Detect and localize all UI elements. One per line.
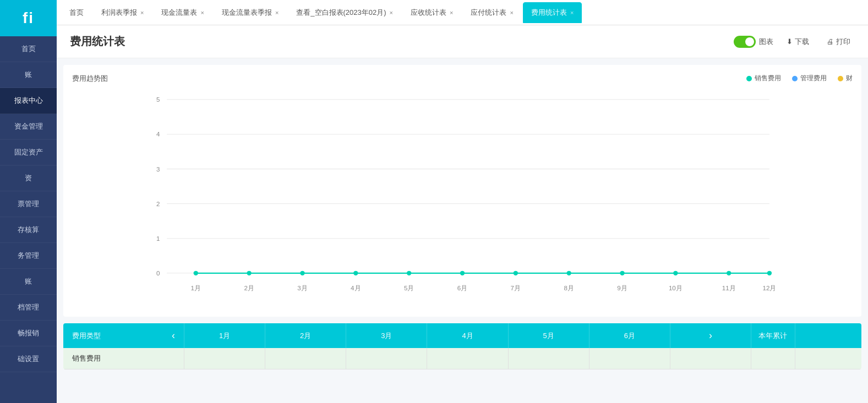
td-year-total	[751, 348, 795, 369]
legend-dot-sales	[746, 76, 752, 81]
sidebar-item-assets[interactable]: 资	[0, 165, 57, 191]
legend-finance-expense: 财	[838, 74, 853, 83]
sidebar-item-report-center[interactable]: 报表中心	[0, 88, 57, 114]
svg-text:7月: 7月	[511, 285, 521, 291]
tab-cash-flow[interactable]: 现金流量表 ×	[153, 2, 212, 23]
td-m1	[184, 348, 265, 369]
tab-home[interactable]: 首页	[61, 2, 92, 23]
td-m4	[427, 348, 508, 369]
expense-table: 费用类型 ‹ 1月 2月 3月 4月 5月 6月 › 本年累计 销售费用	[63, 323, 861, 369]
svg-point-31	[566, 271, 571, 275]
tab-expense[interactable]: 费用统计表 ×	[523, 2, 582, 23]
tab-close-check-blank[interactable]: ×	[390, 9, 393, 16]
tab-profit-report[interactable]: 利润表季报 ×	[93, 2, 152, 23]
sidebar-item-business-management[interactable]: 务管理	[0, 243, 57, 269]
svg-point-27	[353, 271, 358, 275]
svg-text:4: 4	[156, 131, 160, 137]
svg-text:8月: 8月	[564, 285, 574, 291]
download-button[interactable]: ⬇ 下载	[782, 35, 814, 49]
th-type: 费用类型 ‹	[63, 323, 184, 348]
tab-close-profit-report[interactable]: ×	[140, 9, 144, 16]
print-button[interactable]: 🖨 打印	[822, 35, 855, 49]
chart-legend: 销售费用 管理费用 财	[746, 74, 853, 83]
chart-area: 0 1 2 3 4 5 1月 2月 3月 4月 5月 6月 7月 8月 9月	[72, 88, 853, 308]
sidebar-item-fund-management[interactable]: 资金管理	[0, 114, 57, 140]
th-month-5: 5月	[509, 323, 589, 348]
table-row-sales: 销售费用	[63, 348, 861, 369]
sidebar-item-fixed-assets[interactable]: 固定资产	[0, 140, 57, 165]
sidebar-item-home[interactable]: 首页	[0, 36, 57, 62]
sidebar-item-sales-return[interactable]: 畅报销	[0, 321, 57, 346]
sidebar: fi 首页 账 报表中心 资金管理 固定资产 资 票管理 存核算 务管理 账 档…	[0, 0, 57, 403]
svg-point-28	[407, 271, 411, 275]
chart-toggle[interactable]	[734, 36, 756, 48]
legend-dot-finance	[838, 76, 843, 81]
svg-point-29	[460, 271, 465, 275]
header-actions: 图表 ⬇ 下载 🖨 打印	[734, 35, 855, 49]
main-content: 首页 利润表季报 × 现金流量表 × 现金流量表季报 × 查看_空白报表(202…	[57, 0, 868, 403]
legend-dot-admin	[792, 76, 798, 81]
print-icon: 🖨	[827, 37, 834, 46]
page-title: 费用统计表	[70, 34, 125, 49]
th-month-1: 1月	[184, 323, 265, 348]
svg-text:5月: 5月	[404, 285, 414, 291]
download-icon: ⬇	[787, 37, 793, 46]
tab-payable[interactable]: 应付统计表 ×	[462, 2, 521, 23]
th-month-3: 3月	[346, 323, 427, 348]
sidebar-item-sub-account[interactable]: 账	[0, 269, 57, 295]
page-header: 费用统计表 图表 ⬇ 下载 🖨 打印	[57, 25, 868, 58]
svg-point-30	[514, 271, 518, 275]
svg-text:0: 0	[156, 270, 160, 277]
sidebar-item-inventory[interactable]: 存核算	[0, 217, 57, 243]
tab-close-cash-flow[interactable]: ×	[200, 9, 204, 16]
chart-toggle-label: 图表	[759, 37, 773, 47]
svg-text:3月: 3月	[297, 285, 307, 291]
legend-sales-expense: 销售费用	[746, 74, 781, 83]
sidebar-item-file-management[interactable]: 档管理	[0, 295, 57, 321]
svg-text:12月: 12月	[762, 285, 776, 291]
svg-point-25	[247, 271, 251, 275]
sidebar-logo: fi	[0, 0, 57, 36]
svg-text:4月: 4月	[351, 285, 361, 291]
prev-nav-icon[interactable]: ‹	[172, 330, 175, 341]
svg-text:5: 5	[156, 96, 160, 103]
tab-bar: 首页 利润表季报 × 现金流量表 × 现金流量表季报 × 查看_空白报表(202…	[57, 0, 868, 25]
tab-close-expense[interactable]: ×	[570, 9, 574, 16]
tab-close-cash-flow-quarterly[interactable]: ×	[275, 9, 279, 16]
svg-text:2月: 2月	[244, 285, 254, 291]
td-type-sales: 销售费用	[63, 348, 184, 369]
sidebar-item-ticket-management[interactable]: 票管理	[0, 191, 57, 217]
page-content: 费用统计表 图表 ⬇ 下载 🖨 打印 费用趋势图	[57, 25, 868, 403]
svg-text:1月: 1月	[191, 285, 201, 291]
th-nav-next[interactable]: ›	[670, 323, 751, 348]
tab-receivable[interactable]: 应收统计表 ×	[402, 2, 461, 23]
legend-admin-expense: 管理费用	[792, 74, 827, 83]
chart-toggle-wrap: 图表	[734, 36, 773, 48]
sidebar-item-base-settings[interactable]: 础设置	[0, 346, 57, 372]
svg-point-33	[673, 271, 678, 275]
svg-point-34	[727, 271, 731, 275]
svg-point-24	[194, 271, 198, 275]
td-m3	[346, 348, 427, 369]
svg-point-26	[300, 271, 304, 275]
svg-text:11月: 11月	[722, 285, 736, 291]
td-m6	[589, 348, 670, 369]
svg-text:9月: 9月	[617, 285, 627, 291]
chart-container: 费用趋势图 销售费用 管理费用 财	[63, 65, 861, 317]
th-month-4: 4月	[427, 323, 508, 348]
tab-check-blank[interactable]: 查看_空白报表(2023年02月) ×	[288, 2, 401, 23]
table-header: 费用类型 ‹ 1月 2月 3月 4月 5月 6月 › 本年累计	[63, 323, 861, 348]
svg-text:1: 1	[156, 235, 160, 242]
th-month-6: 6月	[589, 323, 670, 348]
td-m5	[509, 348, 589, 369]
sidebar-item-account[interactable]: 账	[0, 62, 57, 88]
th-year-total: 本年累计	[751, 323, 795, 348]
td-m2	[265, 348, 346, 369]
svg-text:2: 2	[156, 201, 160, 207]
tab-close-receivable[interactable]: ×	[450, 9, 453, 16]
tab-cash-flow-quarterly[interactable]: 现金流量表季报 ×	[214, 2, 287, 23]
th-month-2: 2月	[265, 323, 346, 348]
tab-close-payable[interactable]: ×	[510, 9, 513, 16]
svg-point-32	[620, 271, 624, 275]
svg-text:6月: 6月	[457, 285, 467, 291]
